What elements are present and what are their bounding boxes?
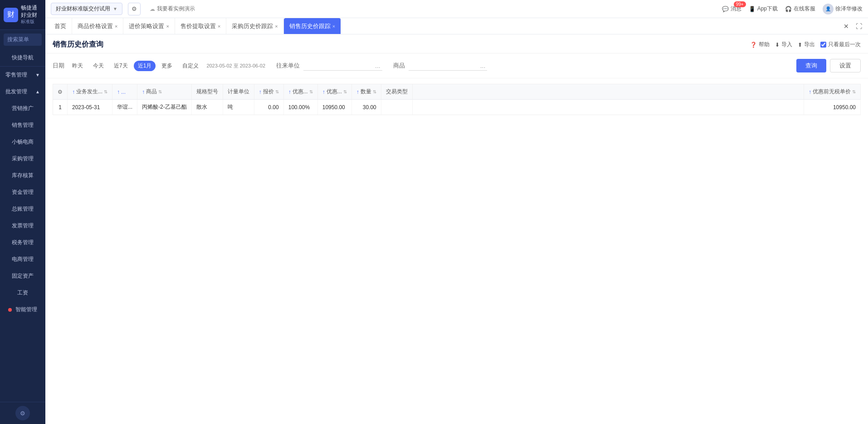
cell-spacer xyxy=(412,100,804,115)
page: 销售历史价查询 ❓ 帮助 ⬇ 导入 ⬆ 导出 xyxy=(45,34,868,424)
service-button[interactable]: 🎧 在线客服 xyxy=(785,5,815,13)
tabs-bar: 首页 商品价格设置 × 进价策略设置 × 售价提取设置 × 采购历史价跟踪 × … xyxy=(45,18,868,34)
discount1-sort[interactable]: ↑ 优惠... ⇅ xyxy=(288,88,313,96)
sidebar-item-sales[interactable]: 销售管理 xyxy=(0,117,45,134)
messages-button[interactable]: 💬 消息 99+ xyxy=(722,5,741,13)
tab-purchase-strategy[interactable]: 进价策略设置 × xyxy=(123,18,175,34)
more-cols-icon[interactable]: ... xyxy=(121,89,126,95)
tab-sale-extract-close-icon[interactable]: × xyxy=(218,24,220,29)
logo-sub: 标准版 xyxy=(21,19,42,25)
product-filter-group: 商品 ... xyxy=(393,61,488,71)
product-input-group: ... xyxy=(409,61,488,71)
tab-sale-extract[interactable]: 售价提取设置 × xyxy=(175,18,226,34)
sidebar-item-payroll[interactable]: 工资 xyxy=(0,284,45,301)
sidebar-item-retail[interactable]: 零售管理 ▼ xyxy=(0,67,45,83)
date-btn-custom[interactable]: 自定义 xyxy=(178,61,203,71)
cell-number: 1 xyxy=(53,100,68,115)
message-icon: 💬 xyxy=(722,6,729,12)
sidebar-item-ledger[interactable]: 总账管理 xyxy=(0,201,45,217)
sidebar-item-wholesale[interactable]: 批发管理 ▲ xyxy=(0,83,45,100)
col-quantity[interactable]: ↑ 数量 ⇅ xyxy=(351,84,381,100)
date-btn-more[interactable]: 更多 xyxy=(157,61,176,71)
filter-bar: 日期 昨天 今天 近7天 近1月 更多 自定义 2023-05-02 至 202… xyxy=(45,53,868,78)
tabs-maximize-button[interactable]: ⛶ xyxy=(853,21,864,32)
tab-home[interactable]: 首页 xyxy=(49,18,72,34)
date-btn-last1m[interactable]: 近1月 xyxy=(134,61,156,71)
tab-purchase-history-close-icon[interactable]: × xyxy=(275,24,278,29)
demo-label: 我要看实例演示 xyxy=(157,5,195,13)
col-product[interactable]: ↑ 商品 ⇅ xyxy=(137,84,192,100)
sidebar-search-area[interactable]: 搜索菜单 xyxy=(0,30,45,49)
sidebar-item-finance[interactable]: 资金管理 xyxy=(0,184,45,201)
sidebar-settings-icon[interactable]: ⚙ xyxy=(15,406,30,420)
date-range-display: 2023-05-02 至 2023-06-02 xyxy=(206,63,265,69)
date-btn-today[interactable]: 今天 xyxy=(89,61,108,71)
tab-sale-extract-label: 售价提取设置 xyxy=(180,22,216,30)
col-spec: 规格型号 xyxy=(191,84,223,100)
col-biz-date[interactable]: ↑ 业务发生... ⇅ xyxy=(68,84,112,100)
tab-purchase-history[interactable]: 采购历史价跟踪 × xyxy=(226,18,283,34)
col-discount1[interactable]: ↑ 优惠... ⇅ xyxy=(283,84,317,100)
demo-button[interactable]: ☁ 我要看实例演示 xyxy=(150,5,195,13)
topbar-gear-icon: ⚙ xyxy=(132,5,137,12)
discount2-sort[interactable]: ↑ 优惠... ⇅ xyxy=(322,88,347,96)
only-last-checkbox-area: 只看最后一次 xyxy=(820,41,861,48)
date-btn-yesterday[interactable]: 昨天 xyxy=(68,61,87,71)
search-menu-button[interactable]: 搜索菜单 xyxy=(4,34,42,46)
product-sort[interactable]: ↑ 商品 ⇅ xyxy=(142,88,187,96)
sidebar-nav: 零售管理 ▼ 批发管理 ▲ 营销推广 销售管理 小畅电商 采购管理 库存核算 资… xyxy=(0,66,45,318)
biz-date-sort[interactable]: ↑ 业务发生... ⇅ xyxy=(72,88,107,96)
col-discount2[interactable]: ↑ 优惠... ⇅ xyxy=(317,84,351,100)
date-btn-last7[interactable]: 近7天 xyxy=(110,61,132,71)
sidebar-item-invoice[interactable]: 发票管理 xyxy=(0,217,45,234)
smart-dot-icon xyxy=(8,308,12,312)
quantity-sort[interactable]: ↑ 数量 ⇅ xyxy=(356,88,376,96)
cell-trade-type xyxy=(381,100,412,115)
sidebar-item-inventory[interactable]: 库存核算 xyxy=(0,167,45,184)
sidebar-item-ecommerce[interactable]: 电商管理 xyxy=(0,251,45,268)
only-last-label: 只看最后一次 xyxy=(828,41,861,48)
table-row: 1 2023-05-31 华谊... 丙烯酸-2-乙基己酯 散水 吨 0.00 … xyxy=(53,100,861,115)
gear-icon[interactable]: ⚙ xyxy=(58,89,63,95)
source-unit-more-icon[interactable]: ... xyxy=(375,62,380,69)
sidebar-item-quick-nav[interactable]: 快捷导航 xyxy=(0,49,45,66)
col-gear[interactable]: ⚙ xyxy=(53,84,68,100)
sidebar-item-marketing[interactable]: 营销推广 xyxy=(0,100,45,117)
sidebar-item-assets[interactable]: 固定资产 xyxy=(0,268,45,284)
import-button[interactable]: ⬇ 导入 xyxy=(775,41,792,48)
app-selector[interactable]: 好业财标准版交付试用 ▼ xyxy=(51,3,122,15)
logo-name: 畅捷通好业财 xyxy=(21,5,42,19)
col-more[interactable]: ↑ ... xyxy=(112,84,137,100)
query-button[interactable]: 查询 xyxy=(796,59,826,72)
tab-price-close-icon[interactable]: × xyxy=(115,24,117,29)
tab-price[interactable]: 商品价格设置 × xyxy=(72,18,123,34)
user-menu[interactable]: 👤 徐泽华修改 xyxy=(823,4,863,14)
topbar-settings-button[interactable]: ⚙ xyxy=(128,3,141,15)
col-pretax-price[interactable]: ↑ 优惠前无税单价 ⇅ xyxy=(804,84,861,100)
col-price[interactable]: ↑ 报价 ⇅ xyxy=(254,84,283,100)
import-icon: ⬇ xyxy=(775,42,780,48)
cell-spec: 散水 xyxy=(191,100,223,115)
settings-button[interactable]: 设置 xyxy=(830,59,861,72)
sidebar-item-ecommerce-small[interactable]: 小畅电商 xyxy=(0,134,45,150)
product-input[interactable] xyxy=(410,63,478,69)
product-filter-label: 商品 xyxy=(393,62,405,70)
source-unit-input[interactable] xyxy=(305,63,373,69)
sidebar-item-purchase[interactable]: 采购管理 xyxy=(0,150,45,167)
page-content: 销售历史价查询 ❓ 帮助 ⬇ 导入 ⬆ 导出 xyxy=(45,34,868,424)
tab-sale-history-close-icon[interactable]: × xyxy=(332,24,335,29)
more-cols[interactable]: ↑ ... xyxy=(117,89,132,95)
product-more-icon[interactable]: ... xyxy=(480,62,486,69)
tab-purchase-strategy-close-icon[interactable]: × xyxy=(166,24,169,29)
app-download-button[interactable]: 📱 App下载 xyxy=(749,5,778,13)
sidebar-item-tax[interactable]: 税务管理 xyxy=(0,234,45,251)
help-button[interactable]: ❓ 帮助 xyxy=(750,41,770,48)
price-sort[interactable]: ↑ 报价 ⇅ xyxy=(259,88,279,96)
export-button[interactable]: ⬆ 导出 xyxy=(798,41,815,48)
pretax-price-sort[interactable]: ↑ 优惠前无税单价 ⇅ xyxy=(809,88,856,96)
tabs-close-button[interactable]: ✕ xyxy=(841,21,852,32)
tab-sale-history[interactable]: 销售历史价跟踪 × xyxy=(284,18,341,34)
sidebar-item-smart[interactable]: 智能管理 xyxy=(0,301,45,318)
only-last-checkbox[interactable] xyxy=(820,42,826,48)
cell-quantity: 30.00 xyxy=(351,100,381,115)
